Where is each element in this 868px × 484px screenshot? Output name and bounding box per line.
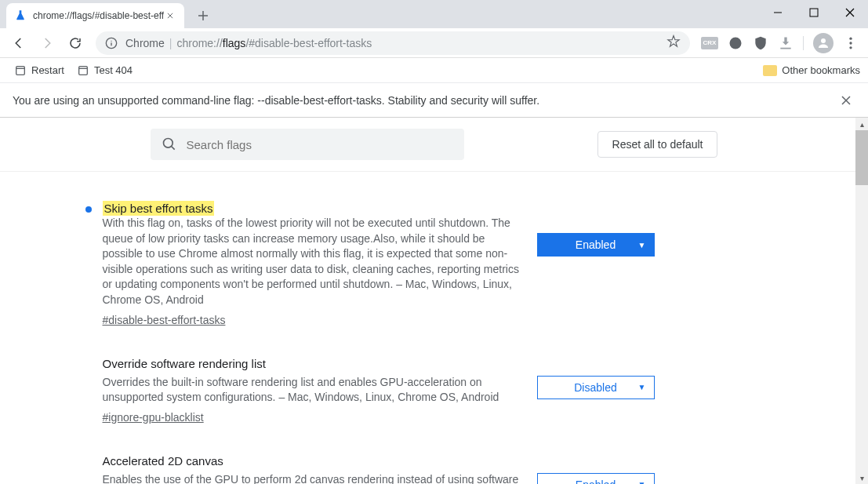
back-button[interactable] bbox=[6, 31, 31, 56]
svg-point-2 bbox=[111, 40, 111, 41]
flag-item: Accelerated 2D canvas Enables the use of… bbox=[85, 443, 783, 484]
bookmark-restart[interactable]: Restart bbox=[8, 61, 71, 80]
svg-point-8 bbox=[849, 46, 852, 49]
scroll-up-icon[interactable]: ▴ bbox=[855, 118, 868, 130]
profile-avatar[interactable] bbox=[813, 33, 833, 53]
search-flags-box[interactable] bbox=[151, 129, 464, 160]
scrollbar[interactable]: ▴ ▾ bbox=[855, 118, 868, 484]
warning-close-icon[interactable] bbox=[837, 91, 855, 110]
new-tab-button[interactable] bbox=[192, 5, 214, 27]
address-bar[interactable]: Chrome | chrome://flags/#disable-best-ef… bbox=[96, 31, 690, 55]
browser-tab[interactable]: chrome://flags/#disable-best-eff bbox=[6, 3, 184, 28]
toolbar-icons: CRX bbox=[698, 33, 862, 53]
tab-close-icon[interactable] bbox=[164, 9, 176, 22]
flag-item: Skip best effort tasks With this flag on… bbox=[85, 191, 783, 346]
flags-list: Skip best effort tasks With this flag on… bbox=[85, 172, 783, 484]
flag-description: With this flag on, tasks of the lowest p… bbox=[103, 216, 526, 308]
svg-rect-10 bbox=[79, 66, 88, 75]
warning-text: You are using an unsupported command-lin… bbox=[13, 94, 539, 107]
divider bbox=[803, 36, 804, 50]
flask-icon bbox=[14, 9, 27, 22]
svg-point-4 bbox=[730, 37, 742, 49]
flag-item: Override software rendering list Overrid… bbox=[85, 346, 783, 443]
shield-icon[interactable] bbox=[753, 35, 768, 51]
flag-description: Overrides the built-in software renderin… bbox=[103, 375, 526, 406]
titlebar: chrome://flags/#disable-best-eff bbox=[0, 0, 868, 28]
flag-anchor-link[interactable]: #ignore-gpu-blacklist bbox=[103, 411, 204, 424]
flag-title: Accelerated 2D canvas bbox=[103, 454, 526, 468]
flags-page: Reset all to default Skip best effort ta… bbox=[0, 118, 868, 484]
chevron-down-icon: ▼ bbox=[638, 480, 646, 484]
info-icon bbox=[105, 37, 118, 49]
flag-title: Skip best effort tasks bbox=[103, 201, 215, 216]
flag-state-select[interactable]: Enabled▼ bbox=[537, 233, 655, 257]
bookmarks-bar: Restart Test 404 Other bookmarks bbox=[0, 58, 868, 83]
extension-crx-icon[interactable]: CRX bbox=[701, 37, 718, 49]
bookmark-test404[interactable]: Test 404 bbox=[71, 61, 139, 80]
bookmark-star-icon[interactable] bbox=[666, 35, 681, 52]
scroll-down-icon[interactable]: ▾ bbox=[855, 471, 868, 484]
flag-anchor-link[interactable]: #disable-best-effort-tasks bbox=[103, 314, 226, 326]
window-controls bbox=[760, 0, 868, 25]
svg-rect-9 bbox=[16, 66, 25, 75]
svg-point-11 bbox=[163, 139, 173, 148]
other-bookmarks[interactable]: Other bookmarks bbox=[763, 64, 860, 76]
toolbar: Chrome | chrome://flags/#disable-best-ef… bbox=[0, 28, 868, 58]
close-window-button[interactable] bbox=[832, 0, 868, 25]
reset-button[interactable]: Reset all to default bbox=[597, 131, 718, 158]
forward-button[interactable] bbox=[35, 31, 60, 56]
modified-dot-icon bbox=[85, 206, 92, 213]
maximize-button[interactable] bbox=[796, 0, 832, 25]
url-text: Chrome | chrome://flags/#disable-best-ef… bbox=[125, 37, 372, 49]
flag-description: Enables the use of the GPU to perform 2d… bbox=[103, 472, 526, 484]
chevron-down-icon: ▼ bbox=[638, 241, 646, 249]
extension-icon[interactable] bbox=[728, 35, 743, 51]
warning-bar: You are using an unsupported command-lin… bbox=[0, 83, 868, 118]
tab-title: chrome://flags/#disable-best-eff bbox=[33, 10, 164, 21]
flags-header: Reset all to default bbox=[0, 118, 868, 172]
svg-point-6 bbox=[849, 37, 852, 39]
menu-icon[interactable] bbox=[843, 35, 859, 51]
svg-rect-0 bbox=[810, 9, 818, 16]
scrollbar-thumb[interactable] bbox=[855, 130, 868, 185]
svg-point-5 bbox=[821, 38, 826, 43]
flag-state-select[interactable]: Disabled▼ bbox=[537, 376, 655, 399]
flag-title: Override software rendering list bbox=[103, 357, 526, 370]
search-input[interactable] bbox=[187, 138, 453, 151]
flag-state-select[interactable]: Enabled▼ bbox=[537, 473, 655, 484]
svg-rect-3 bbox=[111, 42, 111, 45]
download-icon[interactable] bbox=[778, 35, 794, 51]
folder-icon bbox=[763, 65, 777, 76]
minimize-button[interactable] bbox=[760, 0, 796, 25]
chevron-down-icon: ▼ bbox=[638, 383, 646, 391]
svg-point-7 bbox=[849, 42, 852, 44]
search-icon bbox=[162, 136, 177, 152]
reload-button[interactable] bbox=[63, 31, 88, 56]
